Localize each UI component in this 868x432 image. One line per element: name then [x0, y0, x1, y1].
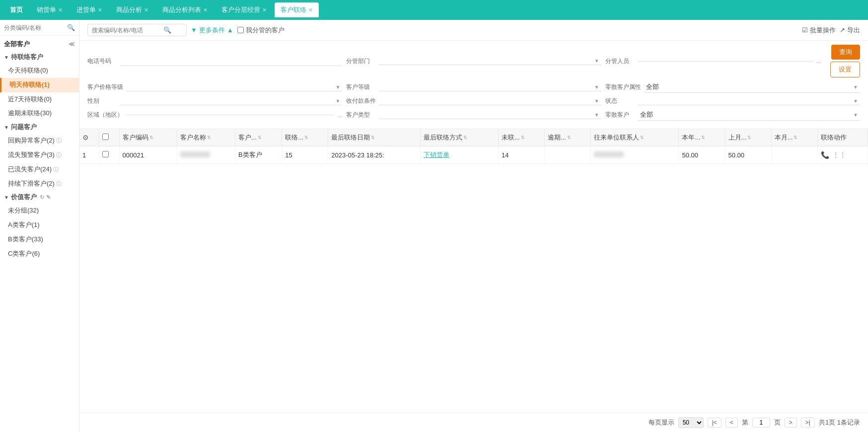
sidebar-overdue[interactable]: 逾期未联络(30) [0, 106, 79, 121]
value-refresh-icon[interactable]: ↻ [40, 194, 44, 201]
gear-icon[interactable]: ⚙ [82, 134, 89, 142]
export-btn[interactable]: ↗ 导出 [840, 26, 860, 35]
col-type-sort[interactable]: ⇅ [258, 135, 262, 140]
search-input-wrap[interactable]: 🔍 [87, 24, 187, 36]
value-title-label: 价值客户 [11, 193, 37, 202]
row-this-year: 50.00 [679, 146, 725, 164]
sidebar-today[interactable]: 今天待联络(0) [0, 64, 79, 78]
sidebar-repurchase-abnormal[interactable]: 回购异常客户(2) ⓘ [0, 134, 79, 148]
page-label: 第 [742, 418, 748, 427]
page-input[interactable] [752, 418, 770, 428]
nav-purchase-close[interactable]: ✕ [98, 7, 102, 13]
col-type-label: 客户... [238, 133, 257, 142]
col-no-contact-sort[interactable]: ⇅ [521, 135, 525, 140]
sidebar-tomorrow-label: 明天待联络(1) [9, 81, 50, 88]
sidebar-class-c[interactable]: C类客户(6) [0, 247, 79, 261]
nav-goods-analysis-list[interactable]: 商品分析列表 ✕ [156, 2, 214, 17]
col-last-method-sort[interactable]: ⇅ [463, 135, 467, 140]
col-this-year-sort[interactable]: ⇅ [701, 135, 705, 140]
col-contact-person-sort[interactable]: ⇅ [640, 135, 644, 140]
row-checkbox[interactable] [99, 146, 119, 164]
filter-customer-type-select[interactable]: ▼ [379, 111, 601, 119]
sidebar-continuous-down[interactable]: 持续下滑客户(2) ⓘ [0, 177, 79, 191]
next-page-btn[interactable]: > [785, 418, 797, 428]
row-action-phone-icon[interactable]: 📞 [821, 151, 829, 159]
filter-panel: 电话号码 分管部门 ▼ 分管人员 ... 查询 设置 [79, 41, 868, 129]
sidebar-search-input[interactable] [4, 24, 65, 31]
row-last-method[interactable]: 下销货单 [420, 146, 498, 164]
sidebar-class-a[interactable]: A类客户(1) [0, 218, 79, 232]
filter-retail-customer-label: 零散客户 [605, 111, 635, 119]
filter-phone-input[interactable] [120, 57, 342, 66]
nav-home-label: 首页 [10, 5, 23, 14]
filter-retail-customer-select[interactable]: 全部 ▼ [638, 109, 860, 121]
sidebar-lost-warning[interactable]: 流失预警客户(3) ⓘ [0, 148, 79, 162]
value-edit-icon[interactable]: ✎ [46, 194, 51, 201]
nav-goods-analysis[interactable]: 商品分析 ✕ [110, 2, 154, 17]
col-contact-count-sort[interactable]: ⇅ [304, 135, 308, 140]
row-action-menu-icon[interactable]: ⋮⋮ [832, 151, 846, 159]
sidebar-lost[interactable]: 已流失客户(24) ⓘ [0, 162, 79, 177]
sidebar-class-b[interactable]: B类客户(33) [0, 232, 79, 247]
col-last-month-sort[interactable]: ⇅ [747, 135, 751, 140]
sidebar-unclassified[interactable]: 未分组(32) [0, 204, 79, 218]
col-gear[interactable]: ⚙ [79, 129, 99, 146]
nav-goods-analysis-close[interactable]: ✕ [144, 7, 148, 13]
sidebar-week7[interactable]: 近7天待联络(0) [0, 92, 79, 107]
col-name-sort[interactable]: ⇅ [207, 135, 211, 140]
row-last-method-link[interactable]: 下销货单 [424, 151, 449, 158]
filter-status-select[interactable]: ▼ [638, 97, 860, 105]
batch-op-btn[interactable]: ☑ 批量操作 [802, 26, 836, 35]
export-icon: ↗ [840, 26, 845, 34]
value-group-title: ▼ 价值客户 ↻ ✎ [0, 191, 79, 204]
sidebar: 🔍 全部客户 ≪ ▼ 待联络客户 今天待联络(0) 明天待联络(1) 近7天待联… [0, 20, 79, 432]
col-checkbox[interactable] [99, 129, 119, 146]
last-page-btn[interactable]: >| [801, 418, 815, 428]
nav-customer-segment-close[interactable]: ✕ [262, 7, 267, 13]
first-page-btn[interactable]: |< [708, 418, 722, 428]
nav-sales-close[interactable]: ✕ [58, 7, 63, 13]
row-select-checkbox[interactable] [102, 151, 109, 157]
filter-dept-select[interactable]: ▼ [379, 57, 601, 65]
filter-price-level-select[interactable]: ▼ [126, 83, 342, 91]
sidebar-class-b-label: B类客户(33) [8, 235, 43, 243]
filter-payment-select[interactable]: ▼ [379, 97, 601, 105]
my-customers-checkbox[interactable] [237, 27, 244, 33]
nav-customer-contact-close[interactable]: ✕ [308, 7, 313, 13]
col-code-sort[interactable]: ⇅ [149, 135, 153, 140]
search-icon[interactable]: 🔍 [163, 26, 171, 34]
filter-payment-label: 收付款条件 [346, 97, 376, 105]
per-page-select[interactable]: 50 100 200 [678, 417, 704, 428]
nav-sales[interactable]: 销货单 ✕ [31, 2, 69, 17]
filter-icon: ▼ [191, 26, 197, 34]
my-customers-checkbox-wrap[interactable]: 我分管的客户 [237, 26, 285, 35]
filter-phone-label: 电话号码 [87, 57, 117, 66]
more-conditions-btn[interactable]: ▼ 更多条件 ▲ [191, 26, 233, 35]
col-overdue-sort[interactable]: ⇅ [567, 135, 571, 140]
sidebar-collapse-btn[interactable]: ≪ [69, 41, 75, 48]
nav-goods-analysis-list-close[interactable]: ✕ [203, 7, 208, 13]
row-actions: 📞 ⋮⋮ [817, 146, 868, 164]
nav-customer-segment[interactable]: 客户分层经营 ✕ [216, 2, 273, 17]
filter-region-dots[interactable]: ... [337, 112, 342, 119]
query-btn[interactable]: 查询 [831, 45, 860, 60]
filter-retail-attr-select[interactable]: 全部 ▼ [644, 81, 860, 93]
page-suffix: 页 [774, 418, 781, 427]
prev-page-btn[interactable]: < [725, 418, 738, 428]
sidebar-search-icon[interactable]: 🔍 [67, 24, 75, 31]
reset-btn[interactable]: 设置 [830, 62, 860, 77]
filter-retail-attr-chevron: ▼ [853, 84, 858, 90]
col-this-month-sort[interactable]: ⇅ [794, 135, 797, 140]
search-input[interactable] [92, 27, 161, 34]
sidebar-tomorrow[interactable]: 明天待联络(1) [0, 78, 79, 92]
nav-goods-analysis-list-label: 商品分析列表 [162, 5, 201, 14]
filter-customer-level-select[interactable]: ▼ [379, 83, 601, 91]
nav-home[interactable]: 首页 [4, 2, 29, 17]
nav-customer-contact[interactable]: 客户联络 ✕ [275, 2, 319, 17]
nav-purchase[interactable]: 进货单 ✕ [71, 2, 108, 17]
col-last-date-sort[interactable]: ⇅ [371, 135, 375, 140]
filter-gender-select[interactable]: ▼ [120, 97, 342, 105]
filter-person-dots[interactable]: ... [816, 58, 821, 65]
table-header-row: ⚙ 客户编码⇅ 客户名称⇅ 客户...⇅ 联络...⇅ 最后联络日期⇅ 最后联络… [79, 129, 868, 146]
select-all-checkbox[interactable] [102, 134, 109, 140]
